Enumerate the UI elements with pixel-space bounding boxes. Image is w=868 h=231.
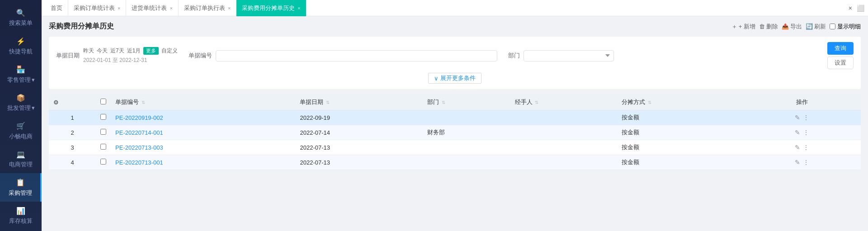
order-no-link[interactable]: PE-20220713-001 — [115, 159, 163, 166]
row-checkbox-cell — [96, 125, 111, 140]
tab-close-icon[interactable]: × — [297, 5, 300, 11]
row-number: 2 — [49, 125, 96, 140]
row-date: 2022-07-14 — [295, 125, 422, 140]
ecommerce-small-icon: 🛒 — [2, 121, 40, 131]
tab-close-icon[interactable]: × — [170, 5, 172, 11]
row-checkbox-cell — [96, 155, 111, 170]
main-area: 首页 采购订单统计表 × 进货单统计表 × 采购订单执行表 × 采购费用分摊单历… — [42, 0, 868, 231]
date-option-yesterday[interactable]: 昨天 — [83, 47, 94, 55]
sidebar-item-wholesale[interactable]: 📦 批发管理 ▾ — [0, 89, 42, 117]
order-no-input[interactable] — [216, 50, 497, 61]
date-option-more[interactable]: 更多 — [143, 47, 159, 55]
row-checkbox[interactable] — [100, 129, 106, 135]
add-button[interactable]: ＋ + 新增 — [731, 23, 755, 31]
sidebar-item-purchase[interactable]: 📋 采购管理 — [0, 173, 42, 202]
th-dept[interactable]: 部门 ⇅ — [423, 94, 510, 110]
row-date: 2022-07-13 — [295, 140, 422, 155]
table-row: 4 PE-20220713-001 2022-07-13 按金额 ✎ ⋮ — [49, 155, 861, 170]
tab-purchase-execution[interactable]: 采购订单执行表 × — [179, 0, 236, 16]
row-actions: ✎ ⋮ — [743, 155, 861, 170]
sidebar: 🔍 搜索菜单 ⚡ 快捷导航 🏪 零售管理 ▾ 📦 批发管理 ▾ 🛒 小畅电商 💻… — [0, 0, 42, 231]
order-no-link[interactable]: PE-20220713-003 — [115, 144, 163, 151]
th-order-no[interactable]: 单据编号 ⇅ — [111, 94, 295, 110]
select-all-checkbox[interactable] — [100, 99, 106, 104]
query-button[interactable]: 查询 — [827, 42, 854, 55]
th-date[interactable]: 单据日期 ⇅ — [295, 94, 422, 110]
row-checkbox[interactable] — [100, 144, 106, 150]
window-close-icon[interactable]: × — [849, 5, 852, 12]
settings-button[interactable]: 设置 — [827, 57, 854, 69]
sidebar-item-nav[interactable]: ⚡ 快捷导航 — [0, 32, 42, 61]
date-option-7days[interactable]: 近7天 — [110, 47, 124, 55]
tab-home[interactable]: 首页 — [45, 0, 68, 16]
tab-cost-split-history[interactable]: 采购费用分摊单历史 × — [236, 0, 306, 16]
tab-close-icon[interactable]: × — [228, 5, 231, 11]
order-no-link[interactable]: PE-20220919-002 — [115, 114, 163, 121]
row-date: 2022-07-13 — [295, 155, 422, 170]
row-checkbox[interactable] — [100, 114, 106, 120]
th-settings[interactable]: ⚙ — [49, 94, 96, 110]
show-cols-checkbox[interactable] — [830, 24, 835, 29]
expand-icon: ∨ — [434, 75, 439, 82]
row-checkbox-cell — [96, 140, 111, 155]
expand-row: ∨ 展开更多条件 — [56, 73, 854, 84]
sidebar-item-search[interactable]: 🔍 搜索菜单 — [0, 4, 42, 32]
refresh-button[interactable]: 🔄 刷新 — [806, 23, 826, 31]
more-action-icon[interactable]: ⋮ — [803, 114, 809, 121]
table-row: 3 PE-20220713-003 2022-07-13 按金额 ✎ ⋮ — [49, 140, 861, 155]
date-option-custom[interactable]: 自定义 — [161, 47, 178, 55]
delete-button[interactable]: 🗑 删除 — [759, 23, 778, 31]
row-handler — [510, 155, 617, 170]
expand-more-button[interactable]: ∨ 展开更多条件 — [428, 73, 481, 84]
search-row-main: 单据日期 昨天 今天 近7天 近1月 更多 自定义 2022-01-01 至 2… — [56, 42, 854, 69]
row-order-no: PE-20220713-003 — [111, 140, 295, 155]
export-button[interactable]: 📤 导出 — [782, 23, 802, 31]
th-checkbox[interactable] — [96, 94, 111, 110]
row-dept — [423, 140, 510, 155]
more-action-icon[interactable]: ⋮ — [803, 159, 809, 166]
dept-field: 部门 财务部 — [508, 50, 816, 61]
sidebar-item-ecommerce-mgmt[interactable]: 💻 电商管理 — [0, 145, 42, 174]
tab-goods-stats[interactable]: 进货单统计表 × — [126, 0, 178, 16]
more-action-icon[interactable]: ⋮ — [803, 129, 809, 136]
date-option-today[interactable]: 今天 — [97, 47, 108, 55]
row-actions: ✎ ⋮ — [743, 125, 861, 140]
edit-action-icon[interactable]: ✎ — [795, 114, 800, 121]
date-options: 昨天 今天 近7天 近1月 更多 自定义 — [83, 47, 178, 55]
row-checkbox[interactable] — [100, 159, 106, 165]
tab-purchase-order-stats[interactable]: 采购订单统计表 × — [68, 0, 126, 16]
search-icon: 🔍 — [2, 8, 40, 18]
table-container: ⚙ 单据编号 ⇅ 单据日期 ⇅ — [49, 94, 861, 170]
page-header: 采购费用分摊单历史 ＋ + 新增 🗑 删除 📤 导出 🔄 刷新 — [49, 22, 861, 31]
sort-icon[interactable]: ⇅ — [142, 100, 145, 105]
row-number: 1 — [49, 110, 96, 125]
th-handler[interactable]: 经手人 ⇅ — [510, 94, 617, 110]
date-option-1month[interactable]: 近1月 — [127, 47, 141, 55]
sidebar-item-retail[interactable]: 🏪 零售管理 ▾ — [0, 60, 42, 89]
sort-icon[interactable]: ⇅ — [535, 100, 538, 105]
th-action: 操作 — [743, 94, 861, 110]
row-dept: 财务部 — [423, 125, 510, 140]
edit-action-icon[interactable]: ✎ — [795, 129, 800, 136]
order-no-link[interactable]: PE-20220714-001 — [115, 129, 163, 136]
edit-action-icon[interactable]: ✎ — [795, 144, 800, 151]
edit-action-icon[interactable]: ✎ — [795, 159, 800, 166]
table-row: 1 PE-20220919-002 2022-09-19 按金额 ✎ ⋮ — [49, 110, 861, 125]
sort-icon[interactable]: ⇅ — [326, 100, 330, 105]
settings-col-icon: ⚙ — [53, 99, 59, 106]
sort-icon[interactable]: ⇅ — [442, 100, 445, 105]
purchase-icon: 📋 — [2, 178, 38, 188]
tab-close-icon[interactable]: × — [118, 5, 120, 11]
sort-icon[interactable]: ⇅ — [648, 100, 651, 105]
toolbar: ＋ + 新增 🗑 删除 📤 导出 🔄 刷新 显示明细 — [731, 23, 861, 31]
sidebar-item-ecommerce-small[interactable]: 🛒 小畅电商 — [0, 117, 42, 145]
window-maximize-icon[interactable]: ⬜ — [857, 5, 864, 12]
content-area: 采购费用分摊单历史 ＋ + 新增 🗑 删除 📤 导出 🔄 刷新 — [42, 16, 868, 231]
tab-window-actions: × ⬜ — [849, 5, 864, 12]
date-filter: 昨天 今天 近7天 近1月 更多 自定义 2022-01-01 至 2022-1… — [83, 47, 178, 64]
th-split-method[interactable]: 分摊方式 ⇅ — [617, 94, 743, 110]
show-cols-toggle[interactable]: 显示明细 — [830, 23, 861, 31]
sidebar-item-inventory[interactable]: 📊 库存核算 — [0, 202, 42, 230]
more-action-icon[interactable]: ⋮ — [803, 144, 809, 151]
dept-select[interactable]: 财务部 — [524, 50, 614, 61]
